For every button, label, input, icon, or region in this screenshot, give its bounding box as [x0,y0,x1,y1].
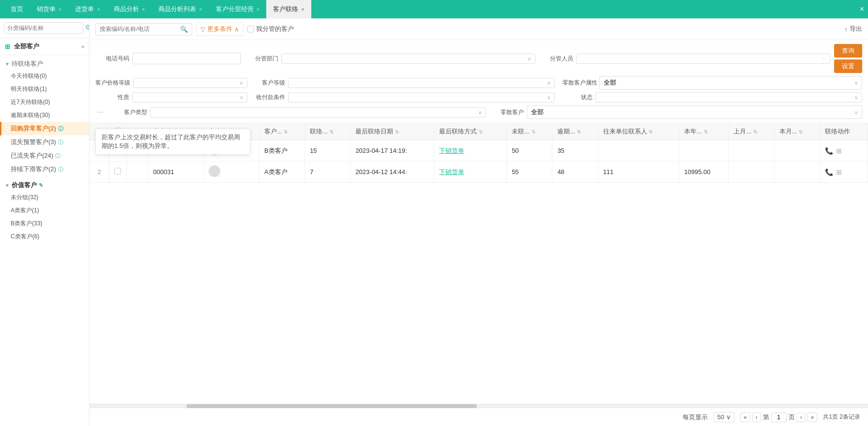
th-last-contact-date[interactable]: 最后联络日期 [350,123,434,140]
tooltip-box: 距客户上次交易时长，超过了此客户的平均交易周期的1.5倍，则视为异常。 [95,129,250,155]
action-icon-phone-1[interactable]: 📞 [825,147,833,155]
sidebar-item-ungroup[interactable]: 未分组(32) [0,191,89,204]
sidebar-group-pending[interactable]: ▼ 待联络客户 [0,57,89,70]
person-select[interactable]: ··· [576,54,830,64]
th-contact[interactable]: 联络... [305,123,350,140]
nav-item-analysis-list[interactable]: 商品分析列表 × [152,0,209,18]
nav-close-customer-segment[interactable]: × [257,6,259,12]
window-close-button[interactable]: × [860,5,864,14]
scrollbar-thumb[interactable] [186,404,477,408]
th-this-month[interactable]: 本月... [774,123,820,140]
next-page-btn[interactable]: › [797,412,806,422]
nav-item-analysis[interactable]: 商品分析 × [107,0,152,18]
cell-this-year-2: 10995.00 [679,162,729,183]
last-method-link-2[interactable]: 下销货单 [439,168,464,176]
value-group-edit-icon[interactable]: ✎ [39,182,43,189]
table-area: ⚙ 客户编码 客户名称 客户... 联络... [90,123,868,404]
nav-item-customer-segment[interactable]: 客户分层经营 × [209,0,266,18]
row2-checkbox[interactable] [114,168,121,175]
action-icon-grid-2[interactable]: ⊞ [836,168,842,176]
horizontal-scrollbar[interactable] [90,404,868,408]
sidebar-search-input[interactable] [4,22,83,34]
sidebar-all-customers-header: ⊞ 全部客户 « [0,38,89,55]
search-icon[interactable]: 🔍 [180,26,188,33]
export-btn[interactable]: ↑ 导出 [845,25,863,33]
nav-close-purchase[interactable]: × [97,6,100,12]
nav-item-purchase[interactable]: 进货单 × [68,0,107,18]
retail-select[interactable]: 全部 ∨ [527,105,862,119]
settings-button[interactable]: 设置 [834,59,862,73]
payment-select[interactable]: ∨ [288,92,555,103]
nav-item-sales[interactable]: 销货单 × [30,0,68,18]
filter-status: 状态 ∨ [559,92,862,103]
search-input[interactable] [100,26,178,32]
nav-close-sales[interactable]: × [59,6,61,12]
more-conditions-btn[interactable]: ▽ 更多条件 ∧ [196,22,244,36]
dept-arrow: ∨ [528,56,531,61]
phone-input[interactable] [132,53,241,64]
sidebar-search-icon[interactable]: 🔍 [85,25,90,32]
cell-this-year-1 [679,140,729,162]
sidebar-item-today[interactable]: 今天待联络(0) [0,70,89,83]
cell-index-2: 2 [90,162,109,183]
last-page-btn[interactable]: » [807,412,818,422]
customer-type-select[interactable]: ∨ [150,107,486,118]
sidebar: 🔍 ⊞ 全部客户 « ▼ 待联络客户 今天待联络(0) 明天待联络(1) 近7天… [0,18,90,426]
cell-contact-2: 7 [305,162,350,183]
info-icon-lost[interactable]: ⓘ [55,152,61,160]
more-dots-btn[interactable]: ··· [95,108,106,117]
nav-close-analysis[interactable]: × [142,6,145,12]
sidebar-item-repurchase-abnormal[interactable]: 回购异常客户(2) ⓘ [0,122,89,135]
phone-label: 电话号码 [95,55,129,63]
gender-select[interactable]: ∨ [132,92,247,103]
first-page-btn[interactable]: « [740,412,750,422]
action-icon-grid-1[interactable]: ⊞ [836,147,842,155]
search-box: 🔍 [95,23,192,35]
sidebar-item-declining[interactable]: 持续下滑客户(2) ⓘ [0,162,89,176]
status-select[interactable]: ∨ [595,92,862,103]
sidebar-item-tomorrow[interactable]: 明天待联络(1) [0,83,89,96]
filter-customer-level: 客户等级 ∨ [251,78,555,88]
th-unread[interactable]: 未联... [507,123,552,140]
status-label: 状态 [559,93,593,102]
retail-attr-select[interactable]: 全部 ∨ [599,76,862,89]
nav-close-customer-contact[interactable]: × [301,6,304,12]
filter-price-level: 客户价格等级 ∨ [95,78,247,88]
info-icon-repurchase[interactable]: ⓘ [58,125,63,132]
th-unit-contact[interactable]: 往来单位联系人 [598,123,679,140]
my-customers-check[interactable] [247,26,254,32]
page-size-select[interactable]: 50 ∨ [714,412,734,422]
my-customers-checkbox[interactable]: 我分管的客户 [247,25,294,33]
sidebar-item-7days[interactable]: 近7天待联络(0) [0,96,89,109]
sidebar-item-class-b[interactable]: B类客户(33) [0,217,89,230]
th-customer-type[interactable]: 客户... [259,123,305,140]
sidebar-item-class-c[interactable]: C类客户(6) [0,230,89,243]
dept-select[interactable]: ∨ [281,54,535,64]
info-icon-declining[interactable]: ⓘ [58,166,63,173]
cell-overdue-1: 35 [552,140,598,162]
sidebar-item-class-a[interactable]: A类客户(1) [0,204,89,217]
prev-page-btn[interactable]: ‹ [752,412,761,422]
page-input[interactable] [771,412,787,422]
nav-item-customer-contact[interactable]: 客户联络 × [266,0,311,18]
th-last-month[interactable]: 上月... [729,123,774,140]
sidebar-item-overdue[interactable]: 逾期未联络(30) [0,109,89,122]
customer-level-select[interactable]: ∨ [288,78,555,88]
cell-action-1: 📞 ⊞ [820,140,868,162]
action-icon-phone-2[interactable]: 📞 [825,168,833,176]
cell-code-2: 000031 [148,162,204,183]
sidebar-item-loss-warning[interactable]: 流失预警客户(3) ⓘ [0,135,89,149]
price-level-label: 客户价格等级 [95,79,130,87]
th-last-contact-method[interactable]: 最后联络方式 [434,123,507,140]
query-button[interactable]: 查询 [834,44,862,58]
sidebar-item-lost[interactable]: 已流失客户(24) ⓘ [0,149,89,162]
price-level-select[interactable]: ∨ [133,78,247,88]
info-icon-loss[interactable]: ⓘ [58,139,63,146]
th-overdue[interactable]: 逾期... [552,123,598,140]
sidebar-collapse-btn[interactable]: « [81,44,84,49]
sidebar-value-group[interactable]: ▼ 价值客户 ✎ [0,178,89,191]
nav-item-home[interactable]: 首页 [4,0,30,18]
nav-close-analysis-list[interactable]: × [199,6,202,12]
last-method-link-1[interactable]: 下销货单 [439,147,464,154]
th-this-year[interactable]: 本年... [679,123,729,140]
